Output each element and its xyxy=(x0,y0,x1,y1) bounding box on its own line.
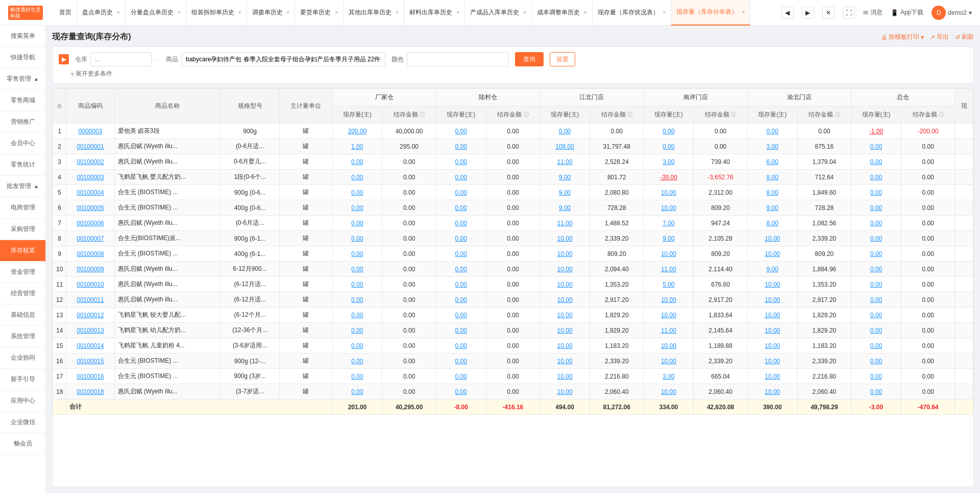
td-lucun-qty[interactable]: 0.00 xyxy=(436,277,486,292)
td-jiangbei-qty[interactable]: 10.00 xyxy=(540,308,590,323)
td-total-qty[interactable]: 0.00 xyxy=(851,170,901,185)
tab-6[interactable]: 其他出库单历史× xyxy=(344,0,404,26)
td-nanan-qty[interactable]: 5.00 xyxy=(644,277,694,292)
td-changjiacao-qty[interactable]: 0.00 xyxy=(332,292,382,308)
tab-close-btn-3[interactable]: × xyxy=(238,10,241,15)
td-lucun-qty[interactable]: 0.00 xyxy=(436,338,486,354)
td-changjiacao-qty[interactable]: 0.00 xyxy=(332,308,382,323)
td-yubei-qty[interactable]: 9.00 xyxy=(747,200,797,216)
td-total-qty[interactable]: 0.00 xyxy=(851,231,901,246)
info-icon2[interactable]: ⓘ xyxy=(524,112,529,118)
sidebar-item-12[interactable]: 经营管理 xyxy=(0,283,45,304)
td-changjiacao-qty[interactable]: 0.00 xyxy=(332,200,382,216)
td-jiangbei-qty[interactable]: 10.00 xyxy=(540,323,590,338)
td-jiangbei-qty[interactable]: 10.00 xyxy=(540,262,590,277)
td-jiangbei-qty[interactable]: 10.00 xyxy=(540,354,590,369)
info-icon5[interactable]: ⓘ xyxy=(835,112,840,118)
collapse-btn[interactable]: ▶ xyxy=(59,54,69,64)
info-icon6[interactable]: ⓘ xyxy=(939,112,944,118)
sidebar-item-8[interactable]: 电商管理 xyxy=(0,197,45,219)
td-total-qty[interactable]: 0.00 xyxy=(851,292,901,308)
td-code[interactable]: 00100001 xyxy=(66,139,114,154)
td-total-qty[interactable]: 0.00 xyxy=(851,338,901,354)
td-nanan-qty[interactable]: 9.00 xyxy=(644,231,694,246)
tab-9[interactable]: 成本调整单历史× xyxy=(532,0,593,26)
td-changjiacao-qty[interactable]: 0.00 xyxy=(332,354,382,369)
td-jiangbei-qty[interactable]: 10.00 xyxy=(540,231,590,246)
sidebar-item-4[interactable]: 营销推广 xyxy=(0,111,45,133)
td-nanan-qty[interactable]: 3.00 xyxy=(644,154,694,170)
td-yubei-qty[interactable]: 10.00 xyxy=(747,277,797,292)
td-jiangbei-qty[interactable]: 10.00 xyxy=(540,338,590,354)
tab-3[interactable]: 组装拆卸单历史× xyxy=(186,0,247,26)
refresh-btn[interactable]: ↺ 刷新 xyxy=(955,33,974,41)
td-changjiacao-qty[interactable]: 0.00 xyxy=(332,216,382,231)
td-code[interactable]: 00100002 xyxy=(66,154,114,170)
td-code[interactable]: 00100016 xyxy=(66,369,114,384)
td-nanan-qty[interactable]: 11.00 xyxy=(644,323,694,338)
tab-close-btn-10[interactable]: × xyxy=(663,10,666,15)
td-changjiacao-qty[interactable]: 0.00 xyxy=(332,170,382,185)
td-total-qty[interactable]: 0.00 xyxy=(851,308,901,323)
sidebar-item-16[interactable]: 新手引导 xyxy=(0,369,45,390)
sidebar-item-5[interactable]: 会员中心 xyxy=(0,133,45,154)
nav-expand-btn[interactable]: ⛶ xyxy=(843,7,855,19)
tab-2[interactable]: 分量盘点单历史× xyxy=(126,0,186,26)
tab-close-btn-8[interactable]: × xyxy=(523,10,526,15)
print-btn[interactable]: 🖨 按模板打印 ▾ xyxy=(881,33,924,41)
sidebar-item-11[interactable]: 资金管理 xyxy=(0,262,45,283)
td-jiangbei-qty[interactable]: 10.00 xyxy=(540,246,590,262)
td-code[interactable]: 0000003 xyxy=(66,124,114,139)
td-changjiacao-qty[interactable]: 0.00 xyxy=(332,369,382,384)
td-code[interactable]: 00100013 xyxy=(66,323,114,338)
td-total-qty[interactable]: 0.00 xyxy=(851,246,901,262)
tab-close-btn-4[interactable]: × xyxy=(287,10,290,15)
td-code[interactable]: 00100012 xyxy=(66,308,114,323)
td-yubei-qty[interactable]: 10.00 xyxy=(747,231,797,246)
tab-8[interactable]: 产成品入库单历史× xyxy=(465,0,532,26)
td-total-qty[interactable]: -1.00 xyxy=(851,124,901,139)
tab-10[interactable]: 现存量（库存状况表）× xyxy=(593,0,672,26)
sidebar-item-3[interactable]: 零售商城 xyxy=(0,90,45,111)
td-lucun-qty[interactable]: 0.00 xyxy=(436,323,486,338)
td-nanan-qty[interactable]: 10.00 xyxy=(644,292,694,308)
tab-11[interactable]: 现存量（库存分布表）× xyxy=(671,0,750,26)
td-changjiacao-qty[interactable]: 0.00 xyxy=(332,154,382,170)
td-yubei-qty[interactable]: 10.00 xyxy=(747,308,797,323)
tab-close-btn-1[interactable]: × xyxy=(117,10,120,15)
app-download-btn[interactable]: 📱 App下载 xyxy=(891,8,923,17)
tab-close-btn-7[interactable]: × xyxy=(456,10,459,15)
td-jiangbei-qty[interactable]: 11.00 xyxy=(540,154,590,170)
td-changjiacao-qty[interactable]: 200.00 xyxy=(332,124,382,139)
sidebar-item-19[interactable]: 畅会员 xyxy=(0,433,45,455)
td-lucun-qty[interactable]: 0.00 xyxy=(436,139,486,154)
tab-0[interactable]: 首页 xyxy=(54,0,77,26)
td-lucun-qty[interactable]: 0.00 xyxy=(436,185,486,200)
td-nanan-qty[interactable]: -39.00 xyxy=(644,170,694,185)
td-jiangbei-qty[interactable]: 10.00 xyxy=(540,292,590,308)
td-yubei-qty[interactable]: 10.00 xyxy=(747,338,797,354)
info-icon[interactable]: ⓘ xyxy=(420,112,425,118)
td-code[interactable]: 00100004 xyxy=(66,185,114,200)
td-nanan-qty[interactable]: 10.00 xyxy=(644,185,694,200)
td-lucun-qty[interactable]: 0.00 xyxy=(436,246,486,262)
td-lucun-qty[interactable]: 0.00 xyxy=(436,216,486,231)
td-code[interactable]: 00100003 xyxy=(66,170,114,185)
td-jiangbei-qty[interactable]: 9.00 xyxy=(540,200,590,216)
nav-next-btn[interactable]: ▶ xyxy=(802,7,814,19)
td-yubei-qty[interactable]: 10.00 xyxy=(747,369,797,384)
td-total-qty[interactable]: 0.00 xyxy=(851,139,901,154)
td-total-qty[interactable]: 0.00 xyxy=(851,384,901,400)
td-total-qty[interactable]: 0.00 xyxy=(851,185,901,200)
td-lucun-qty[interactable]: 0.00 xyxy=(436,384,486,400)
td-changjiacao-qty[interactable]: 0.00 xyxy=(332,338,382,354)
td-yubei-qty[interactable]: 6.00 xyxy=(747,154,797,170)
td-total-qty[interactable]: 0.00 xyxy=(851,369,901,384)
td-code[interactable]: 00100006 xyxy=(66,216,114,231)
td-yubei-qty[interactable]: 9.00 xyxy=(747,262,797,277)
sidebar-item-15[interactable]: 企业协同 xyxy=(0,347,45,369)
td-lucun-qty[interactable]: 0.00 xyxy=(436,308,486,323)
td-code[interactable]: 00100008 xyxy=(66,246,114,262)
sidebar-item-1[interactable]: 快捷导航 xyxy=(0,47,45,68)
td-code[interactable]: 00100015 xyxy=(66,354,114,369)
